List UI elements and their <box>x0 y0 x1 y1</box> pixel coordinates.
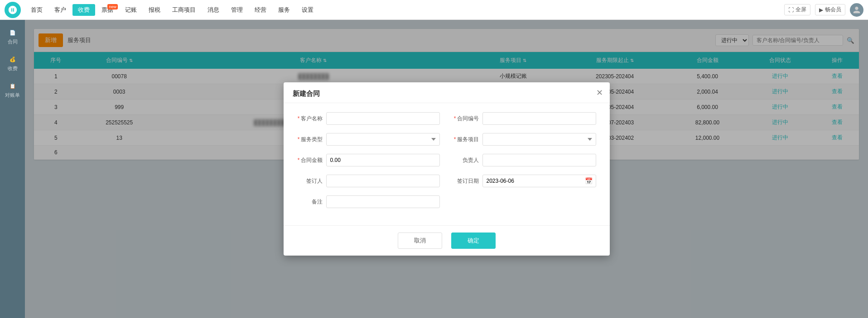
nav-item-记账[interactable]: 记账 <box>120 4 142 16</box>
person-in-charge-label: 负责人 <box>453 157 479 164</box>
logo <box>5 2 21 18</box>
nav-item-报税[interactable]: 报税 <box>143 4 166 16</box>
form-group-person-in-charge: 负责人 <box>453 154 596 166</box>
notes-input[interactable] <box>326 195 440 208</box>
form-row-1: *客户名称 *合同编号 <box>297 112 596 125</box>
modal-overlay: 新建合同 ✕ *客户名称 *合同编号 <box>25 20 868 318</box>
bill-icon: 📋 <box>8 81 17 90</box>
modal-header: 新建合同 <box>284 82 610 103</box>
amount-label: *合同金额 <box>297 157 323 164</box>
modal-title: 新建合同 <box>293 90 320 97</box>
cancel-button[interactable]: 取消 <box>398 233 442 249</box>
nav-item-收费[interactable]: 收费 <box>72 4 95 16</box>
date-input-wrap: 📅 <box>482 175 596 187</box>
nav-item-工商项目[interactable]: 工商项目 <box>167 4 201 16</box>
required-star-5: * <box>298 157 300 163</box>
sidebar-item-label: 对账单 <box>5 92 20 99</box>
form-row-2: *服务类型 *服务项目 <box>297 133 596 146</box>
required-star-3: * <box>298 136 300 142</box>
sidebar: 📄 合同 💰 收费 📋 对账单 <box>0 20 25 318</box>
nav-item-消息[interactable]: 消息 <box>202 4 225 16</box>
form-group-signer: 签订人 <box>297 175 440 187</box>
fee-icon: 💰 <box>8 55 17 64</box>
required-star-2: * <box>454 115 456 122</box>
sidebar-item-label: 收费 <box>8 65 18 72</box>
form-row-5: 备注 <box>297 195 596 208</box>
form-group-sign-date: 签订日期 📅 <box>453 175 596 187</box>
nav-item-首页[interactable]: 首页 <box>25 4 48 16</box>
sidebar-item-收费[interactable]: 💰 收费 <box>1 51 24 76</box>
service-item-select[interactable] <box>482 133 596 146</box>
form-group-spacer <box>453 195 596 208</box>
signer-label: 签订人 <box>297 177 323 185</box>
member-button[interactable]: ▶ 畅会员 <box>815 4 845 15</box>
fullscreen-label: 全屏 <box>796 6 806 14</box>
nav-item-设置[interactable]: 设置 <box>296 4 319 16</box>
required-star-4: * <box>454 136 456 142</box>
service-item-label: *服务项目 <box>453 136 479 143</box>
required-star: * <box>298 115 300 122</box>
nav-item-经营[interactable]: 经营 <box>249 4 272 16</box>
contract-no-label: *合同编号 <box>453 115 479 123</box>
confirm-button[interactable]: 确定 <box>451 233 496 249</box>
customer-name-label: *客户名称 <box>297 115 323 123</box>
calendar-icon[interactable]: 📅 <box>585 177 593 185</box>
nav-item-票据[interactable]: 票据new <box>96 4 119 16</box>
nav-right: ⛶ 全屏 ▶ 畅会员 <box>784 3 863 17</box>
service-type-select[interactable] <box>326 133 440 146</box>
form-group-amount: *合同金额 <box>297 154 440 166</box>
service-type-label: *服务类型 <box>297 136 323 143</box>
content-area: 新增 服务项目 进行中已完成已终止 🔍 序号合同编号⇅客户名称⇅服务项目⇅服务期… <box>25 20 868 318</box>
top-nav: 首页客户收费票据new记账报税工商项目消息管理经营服务设置 ⛶ 全屏 ▶ 畅会员 <box>0 0 868 20</box>
form-row-3: *合同金额 负责人 <box>297 154 596 166</box>
nav-badge: new <box>107 4 118 9</box>
modal-footer: 取消 确定 <box>284 225 610 256</box>
nav-item-客户[interactable]: 客户 <box>49 4 72 16</box>
sidebar-item-对账单[interactable]: 📋 对账单 <box>1 78 24 102</box>
modal-close-button[interactable]: ✕ <box>596 88 603 98</box>
form-group-service-type: *服务类型 <box>297 133 440 146</box>
contract-no-input[interactable] <box>482 112 596 125</box>
form-group-notes: 备注 <box>297 195 440 208</box>
signer-input[interactable] <box>326 175 440 187</box>
form-group-customer-name: *客户名称 <box>297 112 440 125</box>
contract-icon: 📄 <box>8 28 17 37</box>
new-contract-modal: 新建合同 ✕ *客户名称 *合同编号 <box>284 82 610 256</box>
nav-item-管理[interactable]: 管理 <box>226 4 248 16</box>
logo-icon <box>8 5 18 15</box>
contract-amount-input[interactable] <box>326 154 440 166</box>
nav-item-服务[interactable]: 服务 <box>273 4 295 16</box>
modal-body: *客户名称 *合同编号 <box>284 103 610 225</box>
avatar-icon <box>853 6 861 14</box>
notes-label: 备注 <box>297 198 323 206</box>
form-group-contract-no: *合同编号 <box>453 112 596 125</box>
form-row-4: 签订人 签订日期 📅 <box>297 175 596 187</box>
main-area: 📄 合同 💰 收费 📋 对账单 新增 服务项目 进行中已完成已终止 🔍 <box>0 20 868 318</box>
fullscreen-button[interactable]: ⛶ 全屏 <box>784 4 810 15</box>
fullscreen-icon: ⛶ <box>788 7 794 13</box>
member-label: 畅会员 <box>825 6 841 14</box>
user-avatar[interactable] <box>850 3 863 17</box>
sidebar-item-label: 合同 <box>8 38 18 45</box>
nav-items: 首页客户收费票据new记账报税工商项目消息管理经营服务设置 <box>25 4 784 16</box>
sign-date-input[interactable] <box>482 175 596 187</box>
form-group-service-item: *服务项目 <box>453 133 596 146</box>
sidebar-item-合同[interactable]: 📄 合同 <box>1 24 24 49</box>
sign-date-label: 签订日期 <box>453 177 479 185</box>
member-icon: ▶ <box>819 7 823 13</box>
person-in-charge-input[interactable] <box>482 154 596 166</box>
customer-name-input[interactable] <box>326 112 440 125</box>
